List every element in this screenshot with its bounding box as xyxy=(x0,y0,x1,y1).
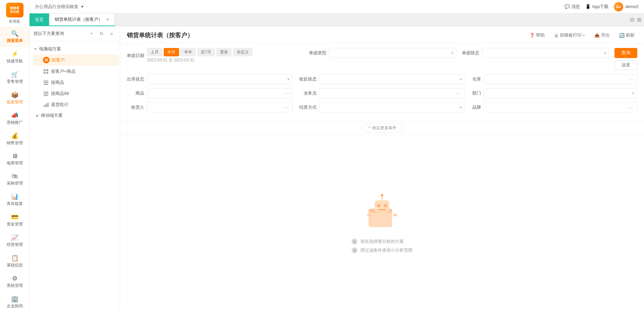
employee-dots: ··· xyxy=(456,91,462,96)
settings-btn[interactable]: 设置 xyxy=(614,60,637,70)
svg-rect-5 xyxy=(44,82,48,83)
hint-num-2: ② xyxy=(352,247,358,253)
sidebar-item-inventory[interactable]: 📊 库存核算 xyxy=(0,190,29,210)
avatar: Ea xyxy=(614,2,623,11)
svg-rect-6 xyxy=(44,84,48,85)
collapse-panel-btn[interactable]: « xyxy=(108,30,116,38)
message-btn[interactable]: 💬 消息 xyxy=(565,4,580,10)
prev-month-btn[interactable]: 上月 xyxy=(147,48,162,56)
template-print-label: 按模板打印 xyxy=(560,32,582,38)
sidebar-item-sales[interactable]: 💰 销售管理 xyxy=(0,129,29,149)
filter-receipt-state: 收款状态 ▾ xyxy=(299,74,465,84)
topbar-dropdown-icon[interactable]: ▾ xyxy=(81,4,84,9)
user-btn[interactable]: Ea demo2 xyxy=(614,2,639,11)
collapse-btn[interactable]: ⌃ 收起更多条件 xyxy=(362,123,402,133)
sidebar-item-basic[interactable]: 📋 基础信息 xyxy=(0,251,29,271)
settlement-select[interactable]: ▾ xyxy=(319,102,465,112)
sidebar-item-search-label: 搜索菜单 xyxy=(7,38,23,44)
receipt-state-select[interactable]: ▾ xyxy=(319,74,465,84)
out-state-label: 出库状态 xyxy=(127,76,144,82)
tab-home[interactable]: 首页 xyxy=(30,13,49,26)
tree-child-by-customer-product[interactable]: 按客户+商品 xyxy=(34,66,118,77)
tree-child-customer-product-label: 按客户+商品 xyxy=(51,68,75,74)
this-year-btn[interactable]: 本年 xyxy=(180,48,196,56)
custom-btn[interactable]: 自定义 xyxy=(233,48,253,56)
more-btn[interactable]: 更多 xyxy=(216,48,232,56)
sidebar-item-ecommerce-label: 电商管理 xyxy=(7,160,23,166)
collapse-label: 收起更多条件 xyxy=(372,125,396,131)
consignee-dots: ··· xyxy=(283,105,289,110)
product-select[interactable]: ··· xyxy=(147,88,292,98)
dept-label: 部门 xyxy=(472,90,481,96)
settlement-arrow: ▾ xyxy=(460,105,462,110)
tree-child-return-stat[interactable]: 退货统计 xyxy=(34,99,118,110)
enterprise-icon: 🏢 xyxy=(11,295,18,303)
sidebar-item-operations[interactable]: 📈 经营管理 xyxy=(0,230,29,251)
quick-nav-icon: ⚡ xyxy=(11,50,18,58)
filter-row-2: 出库状态 ▾ 收款状态 ▾ 仓库 xyxy=(127,74,637,84)
tree-collapse-icon: ▼ xyxy=(34,47,37,51)
sidebar-item-purchase[interactable]: 🛍 采购管理 xyxy=(0,169,29,190)
hint-text-2: 用过滤条件来缩小分析范围 xyxy=(360,246,413,255)
tab-sales-stat[interactable]: 销货单统计表（按客户） ✕ xyxy=(49,13,115,26)
tree-child-by-product-99[interactable]: 按商品99 xyxy=(34,88,118,99)
warehouse-select[interactable]: ··· xyxy=(484,74,637,84)
filter-brand: 品牌 ··· xyxy=(472,102,637,112)
product-label: 商品 xyxy=(127,90,144,96)
dept-select[interactable]: ▾ xyxy=(484,88,637,98)
tab-close-icon[interactable]: ✕ xyxy=(106,17,109,22)
svg-rect-7 xyxy=(44,92,48,93)
refresh-btn[interactable]: 🔄 刷新 xyxy=(616,31,637,40)
tree-parent-desktop[interactable]: ▼ 电脑端方案 xyxy=(30,44,120,54)
download-label: App下载 xyxy=(592,4,608,10)
sidebar-item-finance[interactable]: 💳 资金管理 xyxy=(0,210,29,230)
sidebar-item-enterprise[interactable]: 🏢 企业协同 xyxy=(0,292,29,310)
empty-hint-2: ② 用过滤条件来缩小分析范围 xyxy=(352,246,413,255)
tab-minimize-icon[interactable]: ⊟ xyxy=(630,16,634,23)
doc-type-select[interactable]: ▾ xyxy=(329,48,456,58)
template-print-btn[interactable]: 🖨 按模板打印 ▾ xyxy=(551,31,588,40)
marketing-icon: 📣 xyxy=(11,112,18,119)
export-btn[interactable]: 📤 导出 xyxy=(592,31,612,40)
retail-icon: 🛒 xyxy=(11,71,18,78)
sidebar-item-quick-nav[interactable]: ⚡ 快捷导航 xyxy=(0,47,29,67)
sidebar-item-quick-nav-label: 快捷导航 xyxy=(7,58,23,64)
sidebar-item-search[interactable]: 🔍 搜索菜单 xyxy=(0,27,29,47)
app-version-label: 标准版 xyxy=(9,19,20,24)
filter-consignee: 收货人 ··· xyxy=(127,102,292,112)
filter-date-item: 单据日期 上月 本月 本年 近7天 更多 自定义 2023-03-01 至 20… xyxy=(127,48,304,63)
tab-maximize-icon[interactable]: ⊞ xyxy=(637,16,641,23)
out-state-select[interactable]: ▾ xyxy=(147,74,292,84)
add-scheme-btn[interactable]: ＋ xyxy=(88,30,96,38)
tree-child-product-99-label: 按商品99 xyxy=(51,91,69,97)
brand-select[interactable]: ··· xyxy=(484,102,637,112)
employee-select[interactable]: ··· xyxy=(319,88,465,98)
consignee-select[interactable]: ··· xyxy=(147,102,292,112)
sidebar-item-system[interactable]: ⚙ 系统管理 xyxy=(0,271,29,292)
svg-rect-3 xyxy=(46,72,48,74)
tab-sales-stat-label: 销货单统计表（按客户） xyxy=(55,16,103,22)
refresh-icon: ↻ xyxy=(100,31,104,36)
search-icon: 🔍 xyxy=(11,30,18,37)
sidebar-item-ecommerce[interactable]: 🖥 电商管理 xyxy=(0,149,29,169)
doc-state-select[interactable]: ▾ xyxy=(482,48,609,58)
svg-point-18 xyxy=(384,204,387,207)
sidebar-item-marketing[interactable]: 📣 营销推广 xyxy=(0,108,29,129)
left-panel: 按以下方案查询 ＋ ↻ « ▼ 电脑端方案 xyxy=(30,26,120,310)
tree-parent-mobile[interactable]: ▶ 移动端方案 xyxy=(30,110,120,120)
sidebar-nav: 🔍 搜索菜单 ⚡ 快捷导航 🛒 零售管理 📦 批发管理 📣 营销推广 💰 销售管… xyxy=(0,27,29,310)
this-month-btn[interactable]: 本月 xyxy=(164,48,179,56)
empty-robot-container xyxy=(362,190,402,230)
download-icon: 📱 xyxy=(585,4,591,9)
help-btn[interactable]: ❓ 帮助 xyxy=(527,31,547,40)
download-btn[interactable]: 📱 App下载 xyxy=(585,4,608,10)
last7days-btn[interactable]: 近7天 xyxy=(197,48,215,56)
tree-child-by-product[interactable]: 按商品 xyxy=(34,77,118,88)
sidebar-item-wholesale[interactable]: 📦 批发管理 xyxy=(0,88,29,108)
tree-child-by-customer[interactable]: 按 按客户 xyxy=(34,54,118,66)
svg-rect-11 xyxy=(45,104,46,107)
sidebar-item-retail[interactable]: 🛒 零售管理 xyxy=(0,67,29,88)
refresh-scheme-btn[interactable]: ↻ xyxy=(98,30,106,38)
query-btn[interactable]: 查询 xyxy=(614,48,637,58)
left-panel-title: 按以下方案查询 xyxy=(34,31,64,37)
